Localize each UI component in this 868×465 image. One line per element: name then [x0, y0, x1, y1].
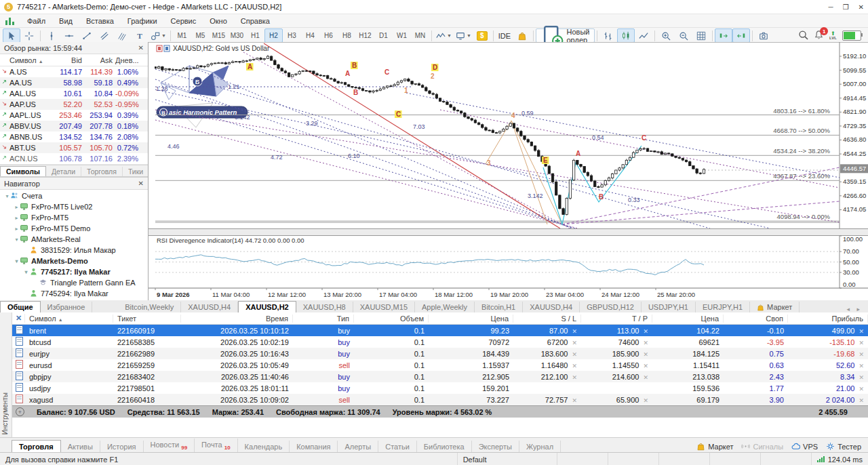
ide-button[interactable]: IDE — [496, 28, 513, 43]
menu-item-файл[interactable]: Файл — [20, 16, 52, 26]
toolbox-tab-библиотека[interactable]: Библиотека — [417, 441, 472, 452]
timeframe-button-m5[interactable]: M5 — [191, 28, 210, 43]
close-position-icon[interactable]: ✕ — [572, 363, 577, 369]
chart-tab-xauusd-m15-4[interactable]: XAUUSD,M15 — [353, 302, 415, 312]
navigator-item[interactable]: ▸FxPro-MT5 Demo — [0, 223, 148, 234]
hline-tool-button[interactable] — [60, 28, 78, 43]
shapes-tool-button[interactable]: ▼ — [149, 28, 168, 43]
toolbox-tab-календарь[interactable]: Календарь — [238, 441, 290, 452]
position-row-brent[interactable]: brent2216609192026.03.25 10:10:12buy0.19… — [12, 325, 868, 336]
column-header-1[interactable]: Тикет — [113, 315, 181, 323]
vline-tool-button[interactable] — [43, 28, 60, 43]
market-watch-close-icon[interactable]: ✕ — [138, 44, 144, 52]
close-position-icon[interactable]: ✕ — [859, 386, 864, 392]
trendline-tool-button[interactable] — [78, 28, 96, 43]
chart-tab-bitcoin-weekly-0[interactable]: Bitcoin,Weekly — [118, 302, 181, 312]
tree-expand-icon[interactable]: ▸ — [14, 215, 20, 221]
position-row-xagusd[interactable]: xagusd2216604182026.03.25 10:09:02sell0.… — [12, 394, 868, 405]
timeframe-button-h4[interactable]: H4 — [301, 28, 319, 43]
column-header-8[interactable]: Цена — [652, 315, 724, 323]
timeframe-button-w1[interactable]: W1 — [393, 28, 411, 43]
toolbox-tab-алерты[interactable]: Алерты — [338, 441, 378, 452]
restore-button[interactable]: ❐ — [843, 3, 849, 11]
pitchfork-tool-button[interactable] — [113, 28, 131, 43]
chart-tab-xauusd-h8-3[interactable]: XAUUSD,H8 — [296, 302, 353, 312]
chart-tab-apple-weekly-5[interactable]: Apple,Weekly — [415, 302, 475, 312]
chart-tab-usdjpy-h1-9[interactable]: USDJPY,H1 — [642, 302, 696, 312]
chart-tab-market[interactable]: Маркет — [750, 302, 800, 312]
close-position-icon[interactable]: ✕ — [859, 351, 864, 358]
close-position-icon[interactable]: ✕ — [859, 374, 864, 381]
navigator-item[interactable]: 7745294: Ilya Makar — [0, 288, 148, 299]
column-header-7[interactable]: T / P — [581, 315, 652, 323]
close-position-icon[interactable]: ✕ — [859, 340, 864, 346]
timeframe-button-mn[interactable]: MN — [411, 28, 429, 43]
toolbox-tab-статьи[interactable]: Статьи — [378, 441, 417, 452]
position-row-eurusd[interactable]: eurusd2216592592026.03.25 10:05:49sell0.… — [12, 359, 868, 371]
menu-item-справка[interactable]: Справка — [234, 16, 277, 26]
toolbox-vertical-tab[interactable]: Инструменты — [0, 312, 12, 437]
chart-canvas[interactable]: BBasic Harmonic Pattern4803.16 --> 61.80… — [149, 42, 868, 300]
navigator-item[interactable]: ▾AMarkets-Demo — [0, 256, 148, 266]
timeframe-button-d1[interactable]: D1 — [374, 28, 393, 43]
timeframe-button-h8[interactable]: H8 — [338, 28, 356, 43]
zoom-out-button[interactable] — [675, 28, 692, 43]
market-watch-header[interactable]: Символ ▲ Bid Ask Днев... — [0, 54, 148, 66]
tree-expand-icon[interactable]: ▾ — [14, 237, 20, 243]
menu-item-окно[interactable]: Окно — [203, 16, 234, 26]
navigator-tab-favorites[interactable]: Избранное — [41, 302, 93, 312]
chart-tab-eurjpy-h1-10[interactable]: EURJPY,H1 — [696, 302, 750, 312]
depth-of-market-button[interactable]: $ — [473, 28, 491, 43]
bottombar-маркет-button[interactable]: Маркет — [696, 442, 733, 451]
column-header-4[interactable]: Объем — [354, 315, 429, 323]
tree-expand-icon[interactable]: ▸ — [14, 204, 20, 210]
toolbox-tab-почта[interactable]: Почта 10 — [195, 439, 238, 452]
chart-tab-bitcoin-h1-6[interactable]: Bitcoin,H1 — [475, 302, 523, 312]
close-position-icon[interactable]: ✕ — [643, 363, 648, 369]
navigator-item[interactable]: ▾7745217: Ilya Makar — [0, 266, 148, 277]
cursor-tool-button[interactable] — [3, 28, 20, 43]
close-position-icon[interactable]: ✕ — [859, 363, 864, 369]
minimize-button[interactable]: ─ — [829, 3, 833, 11]
chart-tab-gbpusd-h12-8[interactable]: GBPUSD,H12 — [580, 302, 642, 312]
toolbox-tab-эксперты[interactable]: Эксперты — [472, 441, 519, 452]
expand-icon[interactable]: + — [16, 407, 24, 416]
navigator-close-icon[interactable]: ✕ — [138, 180, 144, 187]
close-position-icon[interactable]: ✕ — [572, 397, 577, 404]
indicators-button[interactable]: ▼ — [434, 28, 454, 43]
toolbox-tab-активы[interactable]: Активы — [61, 441, 100, 452]
menu-item-графики[interactable]: Графики — [121, 16, 164, 26]
chart-template-button[interactable]: ▼ — [454, 28, 473, 43]
toolbox-tab-история[interactable]: История — [100, 441, 144, 452]
line-mode-button[interactable] — [635, 28, 652, 43]
close-position-icon[interactable]: ✕ — [643, 374, 648, 381]
position-row-btcusd[interactable]: btcusd2216583852026.03.25 10:02:19buy0.1… — [12, 336, 868, 348]
navigator-tab-common[interactable]: Общие — [0, 301, 41, 312]
new-order-button[interactable]: Новый ордер — [536, 28, 595, 43]
close-position-icon[interactable]: ✕ — [859, 328, 864, 335]
market-watch-row-aa.us[interactable]: AA.US58.9859.180.49% — [0, 77, 148, 88]
grid-button[interactable] — [692, 28, 710, 43]
toolbox-tab-новости[interactable]: Новости 99 — [144, 439, 195, 452]
close-position-icon[interactable]: ✕ — [643, 328, 648, 335]
chart-shift-button[interactable] — [715, 28, 732, 43]
timeframe-button-m15[interactable]: M15 — [210, 28, 228, 43]
navigator-item[interactable]: ▾AMarkets-Real — [0, 234, 148, 245]
close-position-icon[interactable]: ✕ — [572, 374, 577, 381]
close-position-icon[interactable]: ✕ — [643, 351, 648, 358]
bottombar-vps-button[interactable]: VPS — [791, 442, 818, 451]
column-header-0[interactable]: Символ ▲ — [25, 315, 113, 323]
column-header-2[interactable]: Время — [181, 315, 293, 323]
column-header-5[interactable]: Цена — [429, 315, 513, 323]
tree-expand-icon[interactable]: ▾ — [4, 193, 10, 199]
market-watch-row-aal.us[interactable]: AAL.US10.6110.84-0.09% — [0, 88, 148, 99]
tab-scroll-arrows[interactable]: ◂ ▸ — [846, 306, 868, 312]
column-header-3[interactable]: Тип — [293, 315, 354, 323]
bars-mode-button[interactable] — [599, 28, 617, 43]
status-connection[interactable]: 124.04 ms — [812, 453, 868, 465]
market-watch-row-aapl.us[interactable]: AAPL.US253.46253.940.39% — [0, 110, 148, 121]
navigator-item[interactable]: ▾Счета — [0, 190, 148, 201]
crosshair-tool-button[interactable] — [20, 28, 38, 43]
candles-mode-button[interactable] — [617, 28, 635, 43]
column-header-6[interactable]: S / L — [513, 315, 581, 323]
